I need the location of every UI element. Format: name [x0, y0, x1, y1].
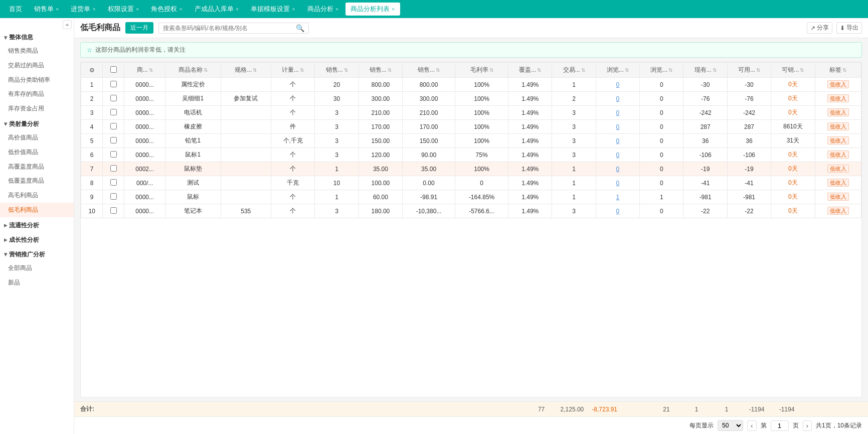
col-tag[interactable]: 标签⇅ [815, 63, 861, 78]
page-number-input[interactable] [771, 420, 789, 431]
select-all-checkbox[interactable] [110, 66, 117, 73]
close-icon[interactable]: × [56, 6, 59, 12]
prev-page-button[interactable]: ‹ [747, 420, 756, 431]
row-code: 0000... [124, 190, 165, 204]
nav-item-roles[interactable]: 角色授权× [146, 3, 187, 16]
export-button[interactable]: ⬇ 导出 [836, 22, 862, 34]
row-checkbox[interactable] [103, 148, 124, 162]
sidebar-section-circulation[interactable]: ▸ 流通性分析 [0, 217, 74, 232]
row-browse1[interactable]: 0 [596, 120, 639, 134]
sidebar-item-stock-goods[interactable]: 有库存的商品 [0, 87, 74, 101]
nav-item-template[interactable]: 单据模板设置× [246, 3, 300, 16]
close-icon[interactable]: × [92, 6, 95, 12]
col-sale-amount[interactable]: 销售...⇅ [403, 63, 455, 78]
sidebar-item-all-goods[interactable]: 全部商品 [0, 261, 74, 275]
sidebar-section-marketing[interactable]: ▾ 营销推广分析 [0, 246, 74, 261]
col-gross-margin[interactable]: 毛利率⇅ [455, 63, 508, 78]
col-name[interactable]: 商品名称⇅ [165, 63, 221, 78]
sidebar-item-low-value[interactable]: 低价值商品 [0, 145, 74, 160]
row-code: 0000... [124, 106, 165, 120]
col-browse1[interactable]: 浏览...⇅ [596, 63, 639, 78]
col-settings[interactable]: ⚙ [81, 63, 103, 78]
close-icon[interactable]: × [335, 6, 338, 12]
nav-item-product-analysis[interactable]: 商品分析× [302, 3, 343, 16]
nav-item-permissions[interactable]: 权限设置× [103, 3, 144, 16]
sidebar-item-low-coverage[interactable]: 低覆盖度商品 [0, 174, 74, 188]
row-available: 36 [727, 134, 771, 148]
sidebar-item-traded-goods[interactable]: 交易过的商品 [0, 58, 74, 73]
total-info: 共1页，10条记录 [816, 421, 862, 430]
sidebar-section-overall[interactable]: ▾ 整体信息 [0, 29, 74, 44]
sidebar-section-growth[interactable]: ▸ 成长性分析 [0, 232, 74, 246]
sidebar-item-new-goods[interactable]: 新品 [0, 275, 74, 290]
sidebar-item-high-coverage[interactable]: 高覆盖度商品 [0, 160, 74, 174]
col-transaction[interactable]: 交易...⇅ [552, 63, 596, 78]
close-icon[interactable]: × [392, 6, 395, 12]
col-code[interactable]: 商...⇅ [124, 63, 165, 78]
total-transaction: 21 [651, 406, 681, 413]
row-transaction: 3 [552, 120, 596, 134]
row-checkbox[interactable] [103, 162, 124, 176]
sidebar-item-sales-goods[interactable]: 销售类商品 [0, 44, 74, 58]
row-transaction: 1 [552, 78, 596, 92]
row-browse1[interactable]: 0 [596, 78, 639, 92]
row-checkbox[interactable] [103, 204, 124, 218]
col-checkbox[interactable] [103, 63, 124, 78]
row-current-stock: -30 [683, 78, 727, 92]
row-browse1[interactable]: 0 [596, 176, 639, 190]
row-sale-amount: 0.00 [403, 176, 455, 190]
col-available[interactable]: 可用...⇅ [727, 63, 771, 78]
col-current-stock[interactable]: 现有...⇅ [683, 63, 727, 78]
next-page-button[interactable]: › [803, 420, 812, 431]
row-checkbox[interactable] [103, 134, 124, 148]
col-spec[interactable]: 规格...⇅ [221, 63, 271, 78]
row-transaction: 3 [552, 204, 596, 218]
per-page-select[interactable]: 50 20 100 [718, 420, 743, 431]
row-browse1[interactable]: 0 [596, 106, 639, 120]
sidebar-collapse-button[interactable]: « [63, 20, 72, 29]
nav-item-stock-in[interactable]: 产成品入库单× [190, 3, 244, 16]
col-browse2[interactable]: 浏览...⇅ [640, 63, 683, 78]
row-browse1[interactable]: 0 [596, 92, 639, 106]
row-browse1[interactable]: 0 [596, 134, 639, 148]
row-saleable: 0天 [771, 204, 815, 218]
close-icon[interactable]: × [292, 6, 295, 12]
sidebar-item-stock-capital[interactable]: 库存资金占用 [0, 101, 74, 116]
nav-item-sales[interactable]: 销售单× [29, 3, 64, 16]
close-icon[interactable]: × [136, 6, 139, 12]
share-button[interactable]: ↗ 分享 [807, 22, 832, 34]
chevron-right-icon: ▸ [4, 236, 7, 243]
row-checkbox[interactable] [103, 92, 124, 106]
col-sale-price[interactable]: 销售...⇅ [359, 63, 402, 78]
row-browse1[interactable]: 0 [596, 162, 639, 176]
sidebar-item-high-margin[interactable]: 高毛利商品 [0, 188, 74, 203]
col-sale-qty[interactable]: 销售...⇅ [315, 63, 359, 78]
row-tag: 低收入 [815, 162, 861, 176]
sidebar-item-high-value[interactable]: 高价值商品 [0, 130, 74, 145]
col-saleable[interactable]: 可销...⇅ [771, 63, 815, 78]
row-checkbox[interactable] [103, 78, 124, 92]
sidebar-item-low-margin[interactable]: 低毛利商品 [0, 203, 74, 217]
close-icon[interactable]: × [236, 6, 239, 12]
row-browse1[interactable]: 0 [596, 204, 639, 218]
row-checkbox[interactable] [103, 176, 124, 190]
row-checkbox[interactable] [103, 106, 124, 120]
row-index: 9 [81, 190, 103, 204]
row-name: 鼠标垫 [165, 162, 221, 176]
row-transaction: 3 [552, 148, 596, 162]
row-browse1[interactable]: 1 [596, 190, 639, 204]
sidebar-section-analysis[interactable]: ▾ 类射量分析 [0, 116, 74, 130]
row-checkbox[interactable] [103, 190, 124, 204]
row-checkbox[interactable] [103, 120, 124, 134]
row-browse1[interactable]: 0 [596, 148, 639, 162]
sidebar-item-category-rate[interactable]: 商品分类助销率 [0, 73, 74, 87]
col-unit[interactable]: 计量...⇅ [271, 63, 315, 78]
time-filter-button[interactable]: 近一月 [125, 22, 153, 34]
close-icon[interactable]: × [179, 6, 182, 12]
search-input[interactable] [163, 25, 296, 32]
nav-item-purchase[interactable]: 进货单× [66, 3, 100, 16]
col-coverage[interactable]: 覆盖...⇅ [508, 63, 552, 78]
search-icon[interactable]: 🔍 [296, 24, 304, 32]
nav-item-analysis-list[interactable]: 商品分析列表× [345, 3, 400, 16]
nav-item-home[interactable]: 首页 [4, 3, 27, 16]
